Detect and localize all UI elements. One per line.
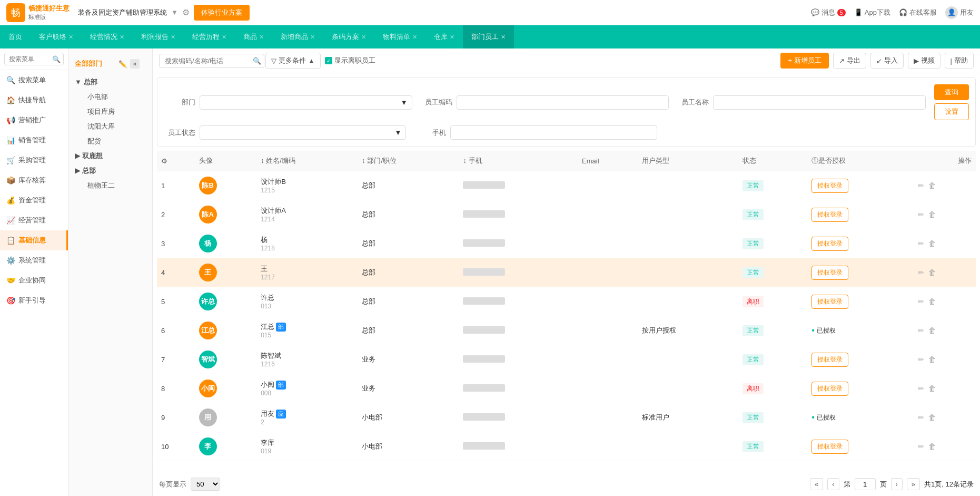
edit-icon[interactable]: ✏ [918, 413, 924, 422]
online-service-action[interactable]: 🎧 在线客服 [899, 8, 937, 17]
nav-tab-仓库[interactable]: 仓库✕ [425, 25, 463, 48]
import-btn[interactable]: ↙ 导入 [870, 53, 904, 69]
edit-icon[interactable]: ✏ [918, 181, 924, 190]
nav-tab-首页[interactable]: 首页 [0, 25, 31, 48]
edit-icon[interactable]: ✏ [918, 326, 924, 335]
tab-close-icon[interactable]: ✕ [310, 34, 315, 41]
per-page-select[interactable]: 50 20 100 [191, 478, 220, 491]
delete-icon[interactable]: 🗑 [928, 326, 936, 335]
dept-item-xiaodianbu[interactable]: 小电部 [73, 90, 152, 104]
phone-input[interactable] [450, 125, 657, 140]
dept-item-shenyangdaku[interactable]: 沈阳大库 [73, 119, 152, 134]
nav-tab-物料清单[interactable]: 物料清单✕ [374, 25, 425, 48]
edit-icon[interactable]: ✏ [918, 355, 924, 364]
export-btn[interactable]: ↗ 导出 [833, 53, 866, 69]
sidebar-item-采购管理[interactable]: 🛒采购管理 [0, 150, 68, 170]
auth-button[interactable]: 授权登录 [811, 237, 848, 251]
all-dept-label[interactable]: 全部部门 [75, 59, 102, 69]
nav-tab-商品[interactable]: 商品✕ [235, 25, 272, 48]
delete-icon[interactable]: 🗑 [928, 268, 936, 277]
edit-icon[interactable]: ✏ [918, 442, 924, 451]
user-action[interactable]: 👤 用友 [945, 6, 974, 19]
edit-dept-icon[interactable]: ✏️ [118, 60, 127, 68]
nav-tab-客户联络[interactable]: 客户联络✕ [31, 25, 82, 48]
sidebar-item-资金管理[interactable]: 💰资金管理 [0, 190, 68, 210]
tab-close-icon[interactable]: ✕ [259, 34, 264, 41]
col-dept[interactable]: ↕ 部门/职位 [358, 151, 459, 171]
page-number-input[interactable] [855, 478, 876, 490]
dept-group-zongbu2[interactable]: ▶总部 [68, 163, 152, 178]
search-btn[interactable]: 查询 [934, 84, 969, 100]
nav-tab-条码方案[interactable]: 条码方案✕ [323, 25, 374, 48]
sidebar-item-企业协同[interactable]: 🤝企业协同 [0, 270, 68, 290]
tab-close-icon[interactable]: ✕ [412, 34, 417, 41]
dept-select[interactable]: ▼ [200, 95, 412, 110]
nav-tab-经营情况[interactable]: 经营情况✕ [82, 25, 133, 48]
setting-btn[interactable]: 设置 [934, 103, 969, 120]
add-employee-btn[interactable]: + 新增员工 [780, 53, 828, 69]
delete-icon[interactable]: 🗑 [928, 297, 936, 306]
app-download-action[interactable]: 📱 App下载 [854, 8, 890, 17]
sidebar-item-系统管理[interactable]: ⚙️系统管理 [0, 250, 68, 270]
trial-button[interactable]: 体验行业方案 [194, 5, 250, 21]
nav-tab-新增商品[interactable]: 新增商品✕ [272, 25, 323, 48]
edit-icon[interactable]: ✏ [918, 239, 924, 248]
more-conditions-btn[interactable]: ▽ 更多条件 ▲ [265, 53, 321, 69]
dept-item-peihuo[interactable]: 配货 [73, 134, 152, 149]
gear-icon[interactable]: ⚙ [161, 157, 167, 165]
delete-icon[interactable]: 🗑 [928, 239, 936, 248]
dept-item-xiangmukufang[interactable]: 项目库房 [73, 104, 152, 119]
dropdown-arrow-icon[interactable]: ▼ [171, 8, 178, 16]
auth-button[interactable]: 授权登录 [811, 382, 848, 396]
show-resigned-checkbox[interactable]: ✓ [325, 57, 332, 64]
sidebar-item-基础信息[interactable]: 📋基础信息 [0, 230, 68, 250]
view-btn[interactable]: ▶ 视频 [908, 53, 941, 69]
edit-icon[interactable]: ✏ [918, 384, 924, 393]
sidebar-item-搜索菜单[interactable]: 🔍搜索菜单 [0, 70, 68, 90]
emp-code-input[interactable] [457, 95, 669, 110]
sidebar-item-快捷导航[interactable]: 🏠快捷导航 [0, 90, 68, 110]
next-page-btn[interactable]: › [891, 478, 903, 490]
edit-icon[interactable]: ✏ [918, 268, 924, 277]
first-page-btn[interactable]: « [810, 478, 823, 490]
dept-item-zhiwuwanger[interactable]: 植物王二 [73, 178, 152, 193]
auth-button[interactable]: 授权登录 [811, 440, 848, 454]
tab-close-icon[interactable]: ✕ [361, 34, 366, 41]
sidebar-item-营销推广[interactable]: 📢营销推广 [0, 110, 68, 130]
tab-close-icon[interactable]: ✕ [450, 34, 454, 41]
help-btn[interactable]: | 帮助 [945, 53, 974, 69]
tab-close-icon[interactable]: ✕ [120, 34, 124, 41]
delete-icon[interactable]: 🗑 [928, 181, 936, 190]
emp-name-input[interactable] [713, 95, 926, 110]
prev-page-btn[interactable]: ‹ [827, 478, 839, 490]
sidebar-item-库存核算[interactable]: 📦库存核算 [0, 170, 68, 190]
col-gear[interactable]: ⚙ [157, 151, 195, 171]
col-phone[interactable]: ↕ 手机 [459, 151, 578, 171]
nav-tab-部门员工[interactable]: 部门员工✕ [463, 25, 514, 48]
emp-status-select[interactable]: ▼ [200, 125, 406, 140]
delete-icon[interactable]: 🗑 [928, 413, 936, 422]
delete-icon[interactable]: 🗑 [928, 442, 936, 451]
auth-button[interactable]: 授权登录 [811, 208, 848, 222]
search-icon[interactable]: 🔍 [253, 57, 261, 65]
dept-group-shuangluxiang[interactable]: ▶双鹿想 [68, 149, 152, 163]
last-page-btn[interactable]: » [907, 478, 920, 490]
search-input[interactable] [159, 54, 264, 68]
show-resigned-toggle[interactable]: ✓ 显示离职员工 [325, 56, 375, 65]
tab-close-icon[interactable]: ✕ [501, 34, 506, 41]
edit-icon[interactable]: ✏ [918, 297, 924, 306]
edit-icon[interactable]: ✏ [918, 210, 924, 219]
tab-close-icon[interactable]: ✕ [222, 34, 226, 41]
dept-group-zongbu[interactable]: ▼总部 [68, 75, 152, 90]
auth-button[interactable]: 授权登录 [811, 295, 848, 309]
delete-icon[interactable]: 🗑 [928, 355, 936, 364]
settings-icon[interactable]: ⚙ [182, 7, 190, 17]
delete-icon[interactable]: 🗑 [928, 384, 936, 393]
nav-tab-利润报告[interactable]: 利润报告✕ [133, 25, 184, 48]
nav-tab-经营历程[interactable]: 经营历程✕ [184, 25, 235, 48]
sidebar-item-销售管理[interactable]: 📊销售管理 [0, 130, 68, 150]
message-action[interactable]: 💬 消息 5 [811, 8, 846, 17]
tab-close-icon[interactable]: ✕ [171, 34, 175, 41]
delete-icon[interactable]: 🗑 [928, 210, 936, 219]
collapse-btn[interactable]: « [130, 59, 140, 69]
